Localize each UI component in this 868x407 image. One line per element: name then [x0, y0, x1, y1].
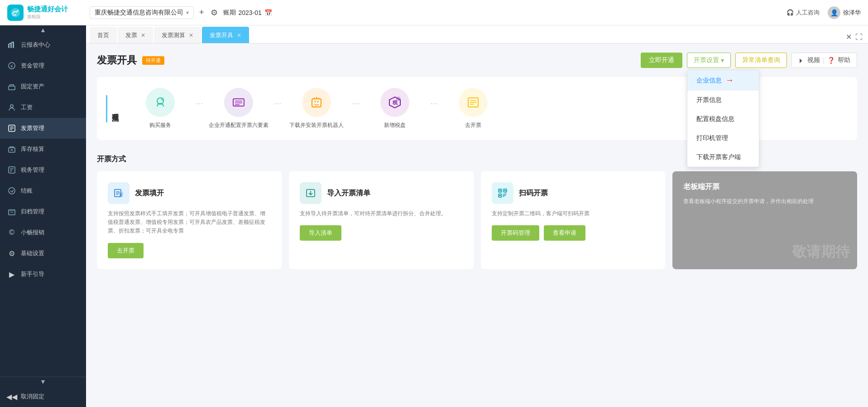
- dropdown-item-company-info[interactable]: 企业信息 →: [687, 70, 759, 91]
- app-edition: 旗舰版: [27, 14, 68, 20]
- chevron-down-icon: ▾: [186, 10, 189, 16]
- svg-rect-4: [10, 43, 12, 48]
- overlay-text: 敬请期待: [792, 242, 850, 262]
- top-bar: 畅捷通好会计 旗舰版 重庆畅捷交通信息咨询有限公司 ▾ + ⚙ 账期 2023-…: [0, 0, 868, 25]
- sidebar-scroll-down[interactable]: ▼: [0, 377, 86, 386]
- sidebar-item-unpin[interactable]: ◀◀ 取消固定: [0, 386, 86, 407]
- tab-estimate[interactable]: 发票测算 ✕: [154, 27, 201, 43]
- sidebar-item-tax[interactable]: 税务管理: [0, 160, 86, 180]
- taxdisk-config-label: 配置税盘信息: [696, 115, 734, 123]
- sidebar-bottom: ▼ ◀◀ 取消固定: [0, 377, 86, 407]
- process-step-3: 下载并安装开票机器人: [285, 88, 348, 129]
- svg-point-2: [14, 14, 16, 16]
- card-manual: 发票填开 支持按照发票样式手工填开发票；可开具增值税电子普通发票、增值税普通发票…: [97, 171, 282, 269]
- card-import-desc: 支持导入待开票清单，可对待开票清单进行拆分、合并处理。: [300, 209, 463, 218]
- settings-button[interactable]: 开票设置 ▾: [687, 53, 731, 68]
- top-actions: + ⚙: [199, 8, 218, 18]
- username: 徐泽华: [843, 9, 861, 17]
- help-button[interactable]: ⏵ 视频 | ❓ 帮助: [791, 53, 857, 68]
- video-label: 视频: [807, 56, 820, 64]
- svg-point-33: [317, 101, 319, 102]
- card-scan: 扫码开票 支持定制开票二维码，客户端可扫码开票 开票码管理 查看申请: [481, 171, 666, 269]
- content-area: 首页 发票 ✕ 发票测算 ✕ 发票开具 ✕ ✕ ⛶: [86, 25, 868, 407]
- tab-estimate-label: 发票测算: [162, 31, 185, 39]
- activate-button[interactable]: 立即开通: [641, 53, 682, 68]
- inventory-icon: [7, 145, 16, 154]
- svg-text:+: +: [162, 97, 164, 102]
- dropdown-item-taxdisk-config[interactable]: 配置税盘信息: [687, 110, 759, 129]
- calendar-icon[interactable]: 📅: [264, 9, 272, 16]
- arrow-icon: →: [725, 76, 734, 85]
- company-info-label: 企业信息: [696, 77, 722, 85]
- period-text: 账期: [223, 9, 236, 17]
- support-button[interactable]: 🎧 人工咨询: [786, 9, 820, 17]
- tab-invoice[interactable]: 发票 ✕: [118, 27, 153, 43]
- svg-point-1: [13, 14, 14, 16]
- invoice-icon: [7, 124, 16, 133]
- svg-rect-31: [312, 99, 321, 107]
- dropdown-item-printer-mgmt[interactable]: 打印机管理: [687, 129, 759, 148]
- step-arrow-4: ···: [430, 98, 438, 119]
- tab-home[interactable]: 首页: [90, 27, 117, 43]
- exception-button[interactable]: 异常清单查询: [735, 53, 787, 68]
- process-step-1: + 购买服务: [129, 88, 192, 129]
- tab-estimate-close[interactable]: ✕: [189, 32, 193, 39]
- app-title: 畅捷通好会计: [27, 5, 68, 14]
- tab-issue-label: 发票开具: [210, 31, 233, 39]
- tax-icon: [7, 165, 16, 174]
- company-selector[interactable]: 重庆畅捷交通信息咨询有限公司 ▾: [90, 6, 194, 19]
- tab-expand[interactable]: ⛶: [855, 33, 863, 41]
- tab-issue-close[interactable]: ✕: [237, 32, 241, 39]
- svg-rect-8: [9, 86, 15, 90]
- tab-invoice-close[interactable]: ✕: [141, 32, 145, 39]
- sidebar-item-invoice[interactable]: 发票管理: [0, 118, 86, 139]
- svg-rect-56: [499, 190, 501, 191]
- card-manual-button[interactable]: 去开票: [108, 243, 144, 258]
- svg-point-32: [314, 101, 316, 102]
- user-info[interactable]: 👤 徐泽华: [828, 6, 861, 19]
- sidebar: ▲ 云报表中心 ¥ 资金管理 固定资产: [0, 25, 86, 407]
- sidebar-item-inventory[interactable]: 库存核算: [0, 139, 86, 160]
- sidebar-item-payroll[interactable]: 工资: [0, 97, 86, 118]
- card-import-button[interactable]: 导入清单: [300, 225, 341, 241]
- logo-icon: [7, 5, 24, 21]
- card-scan-view-button[interactable]: 查看申请: [544, 225, 585, 241]
- cloud-report-icon: [7, 40, 16, 49]
- sidebar-scroll-up[interactable]: ▲: [0, 25, 86, 34]
- download-client-label: 下载开票客户端: [696, 153, 741, 161]
- step-label-4: 新增税盘: [384, 121, 406, 129]
- card-scan-qr-button[interactable]: 开票码管理: [492, 225, 539, 241]
- dropdown-item-invoice-info[interactable]: 开票信息: [687, 91, 759, 110]
- svg-rect-5: [13, 42, 14, 48]
- tab-issue[interactable]: 发票开具 ✕: [202, 27, 249, 43]
- sidebar-item-settings[interactable]: ⚙ 基础设置: [0, 243, 86, 264]
- invoice-info-label: 开票信息: [696, 96, 722, 104]
- sidebar-item-settlement[interactable]: 结账: [0, 180, 86, 201]
- sidebar-label-inventory: 库存核算: [21, 145, 44, 153]
- svg-point-9: [10, 105, 13, 107]
- settings-dropdown-wrapper: 开票设置 ▾ 企业信息 → 开票信息: [687, 53, 731, 68]
- tab-close-all[interactable]: ✕: [846, 33, 852, 41]
- company-name: 重庆畅捷交通信息咨询有限公司: [95, 9, 183, 17]
- sidebar-item-report[interactable]: © 小畅报销: [0, 222, 86, 243]
- sidebar-item-cloud-report[interactable]: 云报表中心: [0, 34, 86, 55]
- step-arrow-2: ···: [274, 98, 282, 119]
- tab-invoice-label: 发票: [125, 31, 137, 39]
- sidebar-label-report: 小畅报销: [21, 228, 44, 237]
- sidebar-item-fixed-assets[interactable]: 固定资产: [0, 76, 86, 97]
- period-label: 账期 2023-01 📅: [223, 9, 272, 17]
- sidebar-item-capital[interactable]: ¥ 资金管理: [0, 55, 86, 76]
- sidebar-item-archive[interactable]: 归档管理: [0, 201, 86, 222]
- unpin-icon: ◀◀: [7, 392, 16, 401]
- cards-row: 发票填开 支持按照发票样式手工填开发票；可开具增值税电子普通发票、增值税普通发票…: [97, 171, 857, 269]
- step-icon-1: +: [146, 88, 175, 117]
- page-header: 发票开具 待开通 立即开通 开票设置 ▾: [97, 53, 857, 68]
- capital-icon: ¥: [7, 61, 16, 70]
- process-step-4: 税 + 新增税盘: [363, 88, 427, 129]
- add-button[interactable]: +: [199, 8, 204, 17]
- dropdown-item-download-client[interactable]: 下载开票客户端: [687, 148, 759, 167]
- page-content: 发票开具 待开通 立即开通 开票设置 ▾: [86, 44, 868, 407]
- settings-chevron-icon: ▾: [721, 57, 724, 64]
- settings-icon[interactable]: ⚙: [211, 8, 218, 18]
- sidebar-item-guide[interactable]: ▶ 新手引导: [0, 264, 86, 285]
